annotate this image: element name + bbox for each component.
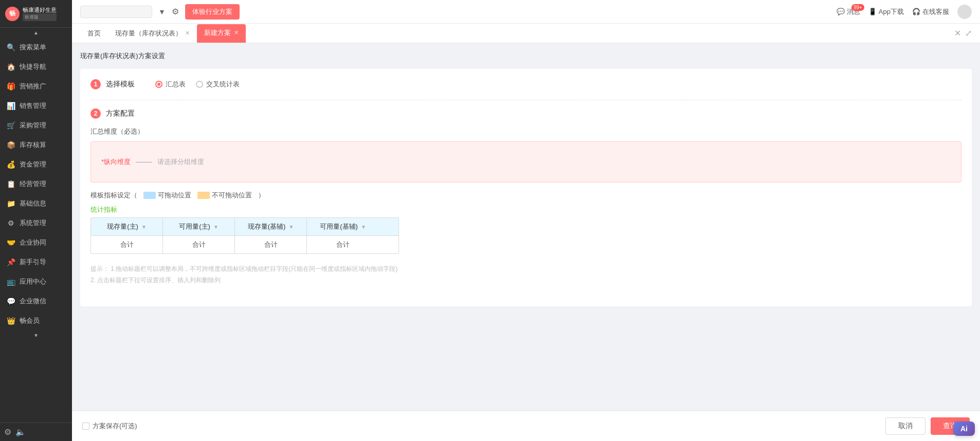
radio-cross-label: 交叉统计表	[206, 80, 240, 89]
sidebar-item-member[interactable]: 👑 畅会员	[0, 311, 72, 330]
sidebar-item-inventory[interactable]: 📦 库存核算	[0, 135, 72, 155]
save-checkbox[interactable]	[82, 422, 89, 430]
sidebar-item-wechat[interactable]: 💬 企业微信	[0, 291, 72, 311]
sidebar: 畅 畅康通好生意 标准版 ▲ 🔍 搜索菜单 🏠 快捷导航 🎁 营销推广 📊 销售…	[0, 0, 72, 441]
topbar-gear-icon[interactable]: ⚙	[172, 7, 179, 16]
speaker-icon[interactable]: 🔈	[15, 427, 26, 437]
chat-icon: 💬	[6, 297, 15, 306]
sidebar-item-basic-info[interactable]: 📁 基础信息	[0, 194, 72, 213]
indicator-setting-label: 模板指标设定（	[90, 191, 137, 200]
sidebar-item-label: 快捷导航	[20, 62, 46, 71]
tabs-right-controls: ✕ ⤢	[954, 28, 972, 38]
app-name: 畅康通好生意	[23, 6, 57, 13]
dim-hint-text: 请选择分组维度	[157, 157, 204, 167]
section-template: 1 选择模板 汇总表 交叉统计表	[90, 79, 961, 89]
sidebar-bottom: ⚙ 🔈	[0, 422, 72, 441]
non-draggable-label: 不可拖动位置	[212, 191, 252, 200]
tab-close-all-icon[interactable]: ✕	[954, 28, 961, 38]
sidebar-item-newguide[interactable]: 📌 新手引导	[0, 252, 72, 272]
sidebar-item-system[interactable]: ⚙ 系统管理	[0, 213, 72, 233]
tip-1: 提示： 1.拖动标题栏可以调整布局，不可跨维度或指标区域拖动栏目字段(只能在同一…	[90, 264, 961, 275]
radio-summary-table[interactable]: 汇总表	[155, 80, 186, 89]
cancel-button[interactable]: 取消	[885, 417, 925, 435]
online-service-label: 在线客服	[922, 7, 949, 16]
online-service-link[interactable]: 🎧 在线客服	[912, 7, 949, 16]
sidebar-item-quicknav[interactable]: 🏠 快捷导航	[0, 57, 72, 77]
sidebar-scroll-down[interactable]: ▼	[0, 330, 72, 340]
col-header-3[interactable]: 可用量(基辅) ▼	[307, 218, 379, 235]
vertical-dim-required: *纵向维度	[101, 157, 131, 167]
sidebar-item-appcenter[interactable]: 📺 应用中心	[0, 272, 72, 291]
tab-home[interactable]: 首页	[80, 25, 108, 42]
sidebar-item-label: 经营管理	[20, 179, 46, 189]
col-header-0-label: 现存量(主)	[107, 222, 138, 231]
settings-icon[interactable]: ⚙	[4, 427, 11, 437]
sidebar-item-label: 基础信息	[20, 199, 46, 208]
app-logo-icon: 畅	[5, 7, 20, 21]
col-header-2[interactable]: 现存量(基辅) ▼	[235, 218, 307, 235]
tab-inventory-label: 现存量（库存状况表）	[115, 29, 182, 38]
draggable-chip-box	[143, 192, 156, 199]
col-header-0-chevron: ▼	[141, 224, 147, 230]
pin-icon: 📌	[6, 258, 15, 267]
col-header-1[interactable]: 可用量(主) ▼	[163, 218, 235, 235]
draggable-label: 可拖动位置	[158, 191, 191, 200]
search-icon: 🔍	[6, 43, 15, 52]
sidebar-item-management[interactable]: 📋 经营管理	[0, 174, 72, 194]
section1-header: 1 选择模板 汇总表 交叉统计表	[90, 79, 961, 89]
sidebar-item-search[interactable]: 🔍 搜索菜单	[0, 38, 72, 57]
sidebar-item-label: 库存核算	[20, 140, 46, 150]
gear-icon: ⚙	[6, 218, 15, 228]
tab-inventory[interactable]: 现存量（库存状况表） ✕	[108, 25, 197, 42]
ai-float-button[interactable]: Ai	[953, 421, 975, 436]
user-avatar[interactable]	[957, 5, 972, 19]
sidebar-item-label: 畅会员	[20, 316, 40, 325]
sidebar-item-purchase[interactable]: 🛒 采购管理	[0, 116, 72, 135]
tab-expand-icon[interactable]: ⤢	[965, 28, 972, 38]
tab-inventory-close-icon[interactable]: ✕	[185, 30, 190, 36]
sidebar-scroll-up[interactable]: ▲	[0, 28, 72, 38]
app-download-link[interactable]: 📱 App下载	[868, 7, 904, 16]
chart-icon: 📊	[6, 101, 15, 111]
dimension-drop-area[interactable]: *纵向维度 —— 请选择分组维度	[90, 141, 961, 182]
stats-label: 统计指标	[90, 205, 961, 214]
phone-icon: 📱	[868, 8, 877, 15]
col-header-0[interactable]: 现存量(主) ▼	[91, 218, 163, 235]
save-label: 方案保存(可选)	[93, 421, 137, 431]
folder-icon: 📁	[6, 199, 15, 208]
cart-icon: 🛒	[6, 121, 15, 130]
tab-new-plan-close-icon[interactable]: ✕	[234, 29, 239, 36]
sidebar-item-sales[interactable]: 📊 销售管理	[0, 96, 72, 116]
col-header-3-chevron: ▼	[361, 224, 366, 230]
topbar-dropdown-button[interactable]: ▼	[158, 8, 166, 16]
tips-area: 提示： 1.拖动标题栏可以调整布局，不可跨维度或指标区域拖动栏目字段(只能在同一…	[90, 264, 961, 286]
topbar-search-input[interactable]	[80, 6, 152, 18]
handshake-icon: 🤝	[6, 238, 15, 247]
sidebar-item-label: 资金管理	[20, 160, 46, 169]
sidebar-item-label: 新手引导	[20, 258, 46, 267]
sidebar-logo: 畅 畅康通好生意 标准版	[0, 0, 72, 28]
non-draggable-chip-box	[197, 192, 210, 199]
sidebar-item-enterprise[interactable]: 🤝 企业协同	[0, 233, 72, 252]
template-radio-group: 汇总表 交叉统计表	[155, 80, 240, 89]
col-cell-0-2: 合计	[235, 236, 307, 253]
radio-cross-table[interactable]: 交叉统计表	[196, 80, 240, 89]
industry-plan-button[interactable]: 体验行业方案	[185, 4, 240, 20]
section2-header: 2 方案配置	[90, 108, 961, 119]
tab-new-plan[interactable]: 新建方案 ✕	[197, 24, 246, 43]
sidebar-item-finance[interactable]: 💰 资金管理	[0, 155, 72, 174]
box-icon: 📦	[6, 140, 15, 150]
stats-table-header: 现存量(主) ▼ 可用量(主) ▼ 现存量(基辅) ▼ 可用量(基辅)	[91, 218, 398, 235]
sidebar-item-label: 营销推广	[20, 82, 46, 91]
stats-table: 现存量(主) ▼ 可用量(主) ▼ 现存量(基辅) ▼ 可用量(基辅)	[90, 217, 399, 254]
gift-icon: 🎁	[6, 82, 15, 91]
messages-badge[interactable]: 💬 消息 99+	[837, 7, 860, 16]
page-title: 现存量(库存状况表)方案设置	[80, 51, 972, 61]
sidebar-item-marketing[interactable]: 🎁 营销推广	[0, 77, 72, 96]
tip-2: 2. 点击标题栏下拉可设置排序、插入列和删除列	[90, 275, 961, 286]
indicator-setting-row: 模板指标设定（ 可拖动位置 不可拖动位置 ）	[90, 191, 961, 200]
sidebar-item-label: 销售管理	[20, 101, 46, 111]
app-download-label: App下载	[879, 7, 904, 16]
topbar-right: 💬 消息 99+ 📱 App下载 🎧 在线客服	[837, 5, 972, 19]
section2-title: 方案配置	[106, 109, 135, 118]
